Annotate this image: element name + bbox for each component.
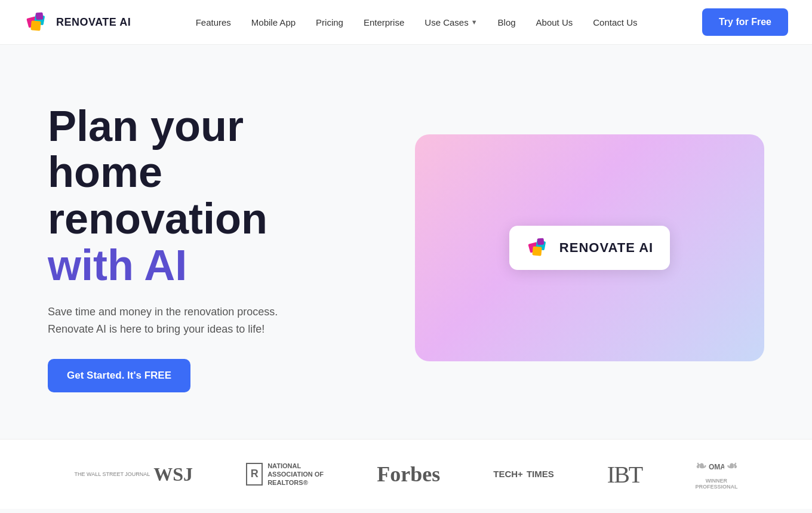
nav-mobile-app[interactable]: Mobile App <box>243 13 304 32</box>
svg-rect-2 <box>30 20 41 30</box>
nav-about[interactable]: About Us <box>528 13 582 32</box>
press-section: THE WALL STREET JOURNAL WSJ R NATIONAL A… <box>0 439 812 509</box>
hero-title-highlight: with AI <box>48 241 187 289</box>
press-nar: R NATIONAL ASSOCIATION OF REALTORS® <box>246 462 324 487</box>
press-forbes: Forbes <box>377 462 440 487</box>
right-laurel-icon: ❧ <box>727 459 737 474</box>
bottom-section <box>0 509 812 513</box>
try-free-button[interactable]: Try for Free <box>702 8 788 36</box>
wsj-main: WSJ <box>153 463 193 486</box>
nav-links: Features Mobile App Pricing Enterprise U… <box>187 13 646 32</box>
hero-image-card: RENOVATE AI <box>415 134 764 361</box>
press-winner: ❧ OMA ❧ WINNER PROFESSIONAL <box>695 459 737 490</box>
winner-label: WINNER PROFESSIONAL <box>695 478 737 490</box>
get-started-button[interactable]: Get Started. It's FREE <box>48 359 190 392</box>
hero-left: Plan your home renovation with AI Save t… <box>48 103 322 393</box>
nav-contact[interactable]: Contact Us <box>585 13 645 32</box>
hero-description: Save time and money in the renovation pr… <box>48 303 322 338</box>
nav-use-cases[interactable]: Use Cases ▼ <box>416 13 485 32</box>
chevron-down-icon: ▼ <box>471 19 478 26</box>
nar-text: NATIONAL ASSOCIATION OF REALTORS® <box>267 462 324 487</box>
oma-icon: OMA <box>709 460 724 473</box>
press-ibt: IBT <box>607 460 642 489</box>
hero-brand-card: RENOVATE AI <box>509 226 670 270</box>
svg-rect-3 <box>35 12 43 20</box>
wsj-title: THE WALL STREET JOURNAL <box>75 471 150 478</box>
hero-card-text: RENOVATE AI <box>559 240 653 256</box>
press-wsj: THE WALL STREET JOURNAL WSJ <box>75 463 193 486</box>
svg-rect-6 <box>532 246 542 256</box>
logo-icon <box>24 9 50 35</box>
left-laurel-icon: ❧ <box>696 459 706 474</box>
nav-features[interactable]: Features <box>187 13 239 32</box>
navbar: RENOVATE AI Features Mobile App Pricing … <box>0 0 812 45</box>
hero-card-icon <box>526 235 551 260</box>
svg-rect-7 <box>537 238 544 245</box>
nav-pricing[interactable]: Pricing <box>307 13 352 32</box>
svg-text:OMA: OMA <box>709 463 724 471</box>
logo-text: RENOVATE AI <box>56 16 131 29</box>
hero-title: Plan your home renovation with AI <box>48 103 322 289</box>
press-tech-times: TECH+ TIMES <box>493 469 553 480</box>
hero-section: Plan your home renovation with AI Save t… <box>0 45 812 439</box>
nar-box-icon: R <box>246 463 263 486</box>
logo-link[interactable]: RENOVATE AI <box>24 9 131 35</box>
nav-enterprise[interactable]: Enterprise <box>355 13 413 32</box>
winner-inner: ❧ OMA ❧ <box>696 459 737 474</box>
nav-blog[interactable]: Blog <box>490 13 524 32</box>
